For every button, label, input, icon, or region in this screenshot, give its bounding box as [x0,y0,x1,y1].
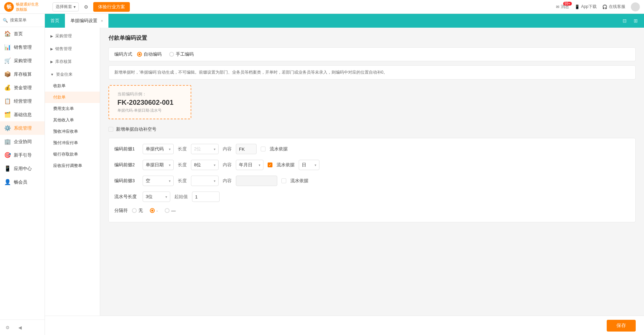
prefix1-label: 编码前缀1 [114,146,138,152]
user-avatar[interactable] [631,2,640,11]
home-icon: 🏠 [4,30,11,37]
sep-dash-option[interactable]: — [165,208,176,213]
tab-bar: 首页 单据编码设置 × ⊟ ⊞ [45,14,644,28]
sidebar-item-member[interactable]: 👤 畅会员 [0,175,45,189]
prefix3-len-select[interactable]: ▾ [191,176,219,186]
chevron-down-icon: ▾ [169,163,171,167]
chevron-down-icon: ▼ [50,73,54,76]
prefix3-select[interactable]: 空 ▾ [143,176,174,186]
sidebar-item-basic[interactable]: 🗂️ 基础信息 [0,108,45,121]
chevron-down-icon: ▾ [315,163,316,167]
finance-icon: 💰 [4,84,11,91]
tab-maximize-button[interactable]: ⊞ [632,17,640,25]
chevron-down-icon: ▾ [214,179,215,183]
auto-code-radio[interactable]: 自动编码 [137,51,162,57]
sub-menu-sales: ▶ 销售管理 [45,43,100,55]
chevron-down-icon: ▾ [169,179,171,183]
chevron-down-icon: ▾ [214,163,215,167]
page-title: 付款单编码设置 [108,35,636,42]
prefix1-len-select[interactable]: 2位 ▾ [191,144,219,154]
save-button[interactable]: 保存 [607,320,636,332]
serial-start-input[interactable]: 1 [192,192,220,202]
serial-len-select[interactable]: 3位 ▾ [143,192,170,202]
message-badge: 99+ [563,2,572,6]
main-wrapper: 🔍 搜索菜单 🏠 首页 📊 销售管理 🛒 采购管理 📦 库存核算 💰 资金管理 … [0,14,644,335]
prefix2-select[interactable]: 单据日期 ▾ [143,160,174,170]
manual-code-radio-circle[interactable] [169,52,174,57]
sidebar-item-home[interactable]: 🏠 首页 [0,27,45,40]
tab-home[interactable]: 首页 [45,14,65,28]
code-method-label: 编码方式 [114,51,132,57]
collapse-button[interactable]: ◀ [15,323,25,332]
sidebar-item-enterprise[interactable]: 🏢 企业协同 [0,135,45,148]
prefix1-stream-checkbox[interactable] [261,147,266,151]
sub-menu-header-capital[interactable]: ▼ 资金往来 [45,69,100,80]
sep-none-radio[interactable] [132,208,137,213]
sub-menu-header-purchase[interactable]: ▶ 采购管理 [45,30,100,42]
prefix2-stream-unit-select[interactable]: 日 ▾ [299,160,319,170]
tab-close-icon[interactable]: × [101,19,103,23]
prefix1-select[interactable]: 单据代码 ▾ [143,144,174,154]
bottom-bar: 保存 [45,316,644,335]
prefix1-content-input: FK [236,144,257,154]
sidebar-item-inventory[interactable]: 📦 库存核算 [0,67,45,81]
message-button[interactable]: ✉ 消息 99+ [556,4,569,10]
sep-dot-radio[interactable] [150,208,155,213]
sidebar-bottom: ⚙ ◀ [0,319,45,335]
prefix3-content-label: 内容 [223,178,232,184]
sidebar-item-sales[interactable]: 📊 销售管理 [0,40,45,54]
prefix1-len-label: 长度 [178,146,187,152]
sub-menu-item-receipt[interactable]: 收款单 [45,80,100,92]
auto-code-radio-circle[interactable] [137,52,142,57]
sub-menu-item-bank[interactable]: 银行存取款单 [45,149,100,160]
sub-menu-item-other-income[interactable]: 其他收入单 [45,114,100,126]
code-method-bar: 编码方式 自动编码 手工编码 [108,47,636,61]
prefix3-stream-checkbox[interactable] [281,178,286,183]
serial-row: 流水号长度 3位 ▾ 起始值 1 [114,192,630,202]
sidebar-item-operations[interactable]: 📋 经营管理 [0,94,45,108]
prefix2-len-select[interactable]: 8位 ▾ [191,160,219,170]
sidebar-item-apps[interactable]: 📱 应用中心 [0,162,45,175]
sub-menu-item-prepay-recv[interactable]: 预收冲应收单 [45,126,100,137]
top-bar-mid: 选择账套 ▾ ⚙ 体验行业方案 [52,2,552,12]
sep-dot-option[interactable]: · [150,208,158,213]
settings-icon[interactable]: ⚙ [81,2,90,11]
tab-minimize-button[interactable]: ⊟ [621,17,629,25]
sub-menu-item-payment[interactable]: 付款单 [45,92,100,103]
online-service-button[interactable]: 🎧 在线客服 [602,4,625,10]
sidebar-item-finance[interactable]: 💰 资金管理 [0,81,45,94]
chevron-down-icon: ▾ [214,147,215,151]
serial-start-label: 起始值 [174,194,188,200]
account-dropdown[interactable]: 选择账套 ▾ [52,2,79,11]
sep-none-option[interactable]: 无 [132,207,143,214]
sep-dash-radio[interactable] [165,208,170,213]
chevron-down-icon: ▾ [259,163,260,167]
search-menu[interactable]: 🔍 搜索菜单 [0,14,45,27]
top-bar: 畅 畅捷通好生意 旗舰版 选择账套 ▾ ⚙ 体验行业方案 ✉ 消息 99+ 📱 … [0,0,644,14]
settings-panel: 付款单编码设置 编码方式 自动编码 手工编码 新增单据时，'单据编码'自动生成，… [100,28,644,316]
message-icon: ✉ [556,4,559,9]
prefix2-stream-checkbox[interactable] [268,162,272,167]
sidebar-item-guide[interactable]: 🎯 新手引导 [0,148,45,162]
sub-menu-header-sales[interactable]: ▶ 销售管理 [45,43,100,55]
sub-menu-item-expense[interactable]: 费用支出单 [45,103,100,114]
auto-fill-checkbox[interactable] [108,127,113,132]
preview-label: 当前编码示例： [117,91,182,97]
form-section: 编码前缀1 单据代码 ▾ 长度 2位 ▾ 内容 FK [108,138,636,222]
prefix2-content-select[interactable]: 年月日 ▾ [236,160,263,170]
separator-row: 分隔符 无 · — [114,207,630,214]
sidebar-item-purchase[interactable]: 🛒 采购管理 [0,54,45,67]
prefix1-row: 编码前缀1 单据代码 ▾ 长度 2位 ▾ 内容 FK [114,144,630,154]
sub-menu-item-prepay-pay[interactable]: 预付冲应付单 [45,137,100,149]
sidebar-item-system[interactable]: ⚙️ 系统管理 [0,121,45,135]
sub-menu-item-adjust[interactable]: 应收应付调整单 [45,160,100,171]
basic-icon: 🗂️ [4,111,11,118]
sales-icon: 📊 [4,44,11,50]
experience-button[interactable]: 体验行业方案 [93,2,130,12]
app-download-button[interactable]: 📱 App下载 [575,4,597,10]
manual-code-radio[interactable]: 手工编码 [169,51,194,57]
settings-bottom-button[interactable]: ⚙ [3,323,12,332]
sub-menu-header-inventory[interactable]: ▶ 库存核算 [45,56,100,67]
tab-document-code[interactable]: 单据编码设置 × [65,14,108,28]
sub-menu-purchase: ▶ 采购管理 [45,30,100,42]
